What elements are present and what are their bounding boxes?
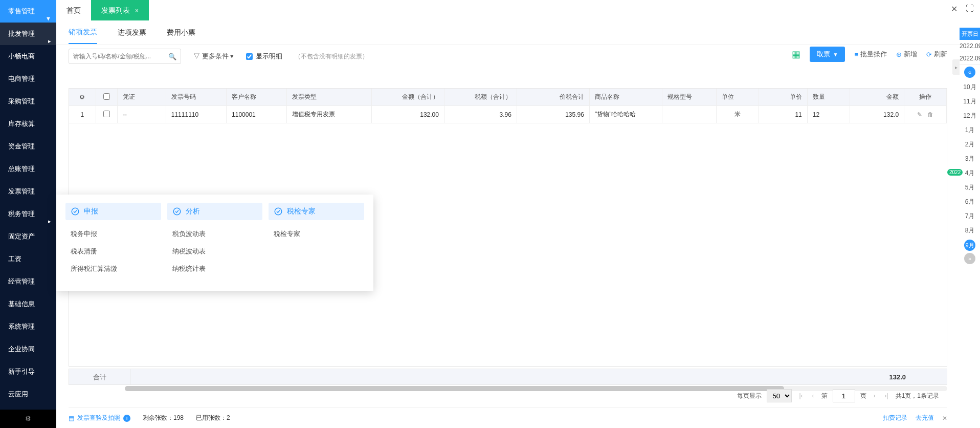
close-status-icon[interactable]: ✕ (942, 415, 947, 422)
close-icon[interactable]: × (135, 7, 139, 14)
subtab-purchase[interactable]: 进项发票 (118, 22, 146, 44)
info-icon[interactable]: i (123, 415, 130, 422)
rail-month[interactable]: 2月 (960, 137, 980, 152)
svg-point-2 (275, 208, 282, 215)
sidebar-item-13[interactable]: 基础信息 (0, 293, 56, 315)
sidebar-item-10[interactable]: 固定资产 (0, 225, 56, 248)
per-page-select[interactable]: 50 (767, 389, 792, 402)
status-title: ▤ 发票查验及拍照 i (69, 414, 130, 422)
th-invoice-no[interactable]: 发票号码 (166, 89, 226, 106)
tab-home[interactable]: 首页 (56, 0, 91, 20)
checkbox-col[interactable] (96, 89, 118, 106)
sidebar-item-1[interactable]: 批发管理▸ (0, 23, 56, 45)
rail-month[interactable]: 6月 (960, 195, 980, 209)
sidebar-item-4[interactable]: 采购管理 (0, 90, 56, 113)
flyout-item[interactable]: 税表清册 (65, 243, 161, 260)
edit-icon[interactable]: ✎ (917, 111, 922, 118)
th-spec[interactable]: 规格型号 (662, 89, 716, 106)
flyout-item[interactable]: 税负波动表 (167, 225, 263, 243)
rail-month[interactable]: 10月 (960, 80, 980, 94)
sidebar-item-9[interactable]: 税务管理▸ (0, 203, 56, 225)
rail-year-to[interactable]: 2022.09 (960, 52, 980, 65)
th-sum[interactable]: 金额 (850, 89, 904, 106)
add-button[interactable]: ⊕新增 (896, 50, 917, 59)
tab-invoice-list[interactable]: 发票列表 × (91, 0, 149, 20)
plus-icon: ⊕ (896, 51, 902, 58)
rail-up-icon[interactable]: « (964, 67, 975, 78)
row-checkbox[interactable] (96, 106, 118, 123)
page-input[interactable] (833, 389, 855, 402)
search-icon[interactable]: 🔍 (168, 53, 176, 60)
close-all-icon[interactable]: ✕ (951, 4, 957, 14)
flyout-item[interactable]: 税检专家 (269, 225, 364, 243)
sidebar-item-11[interactable]: 工资 (0, 248, 56, 270)
th-unit[interactable]: 单位 (717, 89, 759, 106)
get-invoice-button[interactable]: 取票 ▼ (810, 47, 845, 62)
sidebar-item-17[interactable]: 云应用 (0, 383, 56, 405)
prev-page-icon[interactable]: ‹ (810, 392, 816, 399)
sidebar-item-12[interactable]: 经营管理 (0, 270, 56, 293)
rail-month[interactable]: 8月 (960, 223, 980, 238)
rail-month[interactable]: 1月 (960, 123, 980, 137)
th-total[interactable]: 价税合计 (517, 89, 589, 106)
batch-button[interactable]: ≡批量操作 (854, 50, 887, 59)
flyout-item[interactable]: 纳税波动表 (167, 243, 263, 260)
refresh-button[interactable]: ⟳刷新 (926, 50, 947, 59)
sidebar-item-2[interactable]: 小畅电商 (0, 45, 56, 68)
last-page-icon[interactable]: ›| (883, 392, 890, 399)
gear-col[interactable]: ⚙ (69, 89, 96, 106)
rail-month-selected[interactable]: 9月 (964, 240, 975, 251)
checkbox[interactable] (246, 53, 253, 60)
rail-header: 开票日期 (960, 28, 980, 40)
sidebar-item-7[interactable]: 总账管理 (0, 158, 56, 180)
th-customer[interactable]: 客户名称 (227, 89, 287, 106)
sidebar-item-8[interactable]: 发票管理 (0, 180, 56, 203)
table-row[interactable]: 1 -- 11111110 1100001 增值税专用发票 132.00 3.9… (69, 106, 947, 123)
list-icon: ≡ (854, 51, 858, 58)
qr-icon[interactable]: ▦ (792, 49, 800, 60)
th-tax[interactable]: 税额（合计） (444, 89, 517, 106)
rail-month[interactable]: 3月 (960, 152, 980, 166)
show-detail-checkbox[interactable]: 显示明细 (246, 52, 282, 61)
recharge-link[interactable]: 去充值 (916, 414, 934, 422)
collapse-rail-icon[interactable]: ▸ (952, 59, 960, 75)
sidebar-item-14[interactable]: 系统管理 (0, 315, 56, 338)
flyout-item[interactable]: 税务申报 (65, 225, 161, 243)
rail-month[interactable]: 5月 (960, 180, 980, 195)
th-qty[interactable]: 数量 (807, 89, 850, 106)
cell-spec (662, 106, 716, 123)
rail-month[interactable]: 7月 (960, 209, 980, 223)
sidebar-item-15[interactable]: 企业协同 (0, 338, 56, 360)
delete-icon[interactable]: 🗑 (927, 111, 933, 118)
subtab-expense[interactable]: 费用小票 (167, 22, 195, 44)
more-conditions[interactable]: ▽ 更多条件 ▾ (193, 52, 234, 61)
deduct-link[interactable]: 扣费记录 (883, 414, 907, 422)
next-page-icon[interactable]: › (872, 392, 878, 399)
gear-icon[interactable]: ⚙ (0, 410, 56, 428)
svg-point-0 (72, 208, 79, 215)
page-suffix: 页 (860, 392, 866, 400)
rail-down-icon[interactable]: » (964, 253, 975, 264)
search-input[interactable] (73, 53, 168, 60)
sidebar-item-6[interactable]: 资金管理 (0, 135, 56, 158)
rail-month[interactable]: 11月 (960, 94, 980, 109)
th-amount[interactable]: 金额（合计） (371, 89, 444, 106)
th-price[interactable]: 单价 (759, 89, 808, 106)
th-op[interactable]: 操作 (904, 89, 947, 106)
rail-month[interactable]: 4月 (960, 166, 980, 180)
sidebar-item-0[interactable]: 零售管理▼ (0, 0, 56, 23)
th-voucher[interactable]: 凭证 (118, 89, 166, 106)
flyout-item[interactable]: 所得税汇算清缴 (65, 260, 161, 277)
rail-year-from[interactable]: 2022.09 (960, 40, 980, 52)
first-page-icon[interactable]: |‹ (797, 392, 805, 399)
fullscreen-icon[interactable]: ⛶ (966, 4, 974, 14)
sidebar-item-5[interactable]: 库存核算 (0, 113, 56, 135)
th-type[interactable]: 发票类型 (287, 89, 372, 106)
sidebar-item-16[interactable]: 新手引导 (0, 360, 56, 383)
toolbar: ▦ 取票 ▼ ≡批量操作 ⊕新增 ⟳刷新 (792, 45, 948, 63)
flyout-item[interactable]: 纳税统计表 (167, 260, 263, 277)
subtab-sales[interactable]: 销项发票 (69, 22, 97, 44)
th-product[interactable]: 商品名称 (589, 89, 662, 106)
rail-month[interactable]: 12月 (960, 109, 980, 123)
sidebar-item-3[interactable]: 电商管理 (0, 68, 56, 90)
